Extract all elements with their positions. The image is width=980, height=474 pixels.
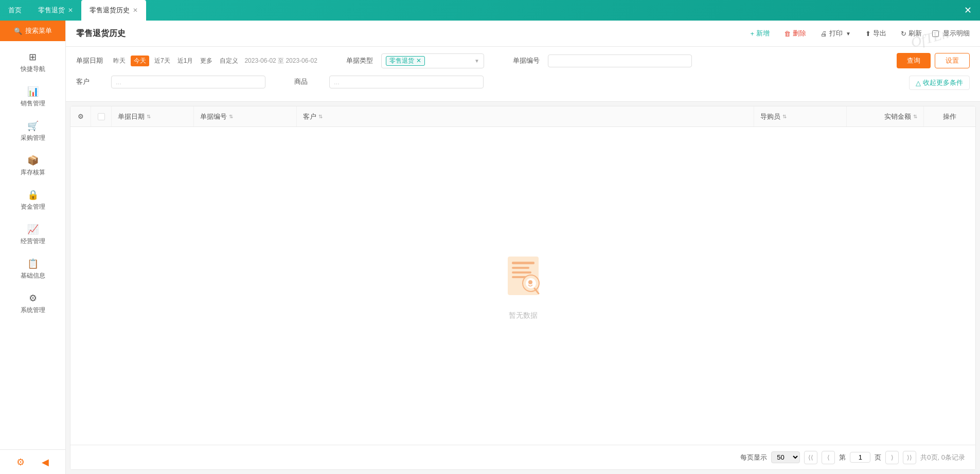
svg-rect-3 <box>512 271 531 274</box>
main-layout: 🔍 搜索菜单 ⊞ 快捷导航 📊 销售管理 🛒 采购管理 📦 库存核算 🔒 <box>0 21 980 474</box>
th-amount-sort-icon[interactable]: ⇅ <box>913 114 917 119</box>
print-dropdown-icon: ▼ <box>846 31 851 37</box>
settings-bottom-icon[interactable]: ⚙ <box>16 457 25 468</box>
th-customer-label: 客户 <box>303 112 316 121</box>
th-customer-sort-icon[interactable]: ⇅ <box>318 114 323 119</box>
export-button[interactable]: ⬆ 导出 <box>861 27 890 40</box>
date-filter-label: 单据日期 <box>76 56 107 65</box>
date-more[interactable]: 更多 <box>198 56 215 66</box>
toolbar: + 新增 🗑 删除 🖨 打印 ▼ ⬆ 导出 ↻ <box>746 27 970 40</box>
svg-point-8 <box>528 280 532 284</box>
doc-type-select[interactable]: 零售退货 ✕ ▼ <box>381 53 484 68</box>
per-page-select[interactable]: 50 10 20 100 <box>771 451 800 463</box>
th-date: 单据日期 ⇅ <box>112 106 194 126</box>
tab-retail-return-history-label: 零售退货历史 <box>90 6 130 15</box>
customer-label: 客户 <box>76 77 107 86</box>
date-yesterday[interactable]: 昨天 <box>111 56 128 66</box>
tab-retail-return-history[interactable]: 零售退货历史 ✕ <box>81 0 146 21</box>
header-checkbox[interactable] <box>98 113 105 120</box>
sidebar-item-purchase[interactable]: 🛒 采购管理 <box>0 114 65 149</box>
show-detail-label: 显示明细 <box>943 29 970 38</box>
date-7days[interactable]: 近7天 <box>152 56 172 66</box>
collapse-label: 收起更多条件 <box>923 78 963 87</box>
doc-type-tag-value: 零售退货 <box>389 57 414 65</box>
customer-input[interactable]: ... <box>111 76 265 88</box>
collapse-filter-button[interactable]: △ 收起更多条件 <box>909 76 970 90</box>
sidebar-item-basic-label: 基础信息 <box>21 271 45 280</box>
page-first-button[interactable]: ⟨⟨ <box>804 451 817 464</box>
page-title: 零售退货历史 <box>76 28 126 39</box>
sidebar-item-quick-nav[interactable]: ⊞ 快捷导航 <box>0 45 65 80</box>
doc-no-input[interactable] <box>548 54 692 67</box>
tab-retail-return-label: 零售退货 <box>38 6 65 15</box>
tab-home[interactable]: 首页 <box>0 0 30 21</box>
goods-input[interactable]: ... <box>329 76 484 88</box>
pagination: 每页显示 50 10 20 100 ⟨⟨ ⟨ 第 页 ⟩ ⟩⟩ 共0页, 0条记… <box>70 445 975 469</box>
date-1month[interactable]: 近1月 <box>175 56 195 66</box>
date-shortcuts: 昨天 今天 近7天 近1月 更多 自定义 <box>111 56 240 66</box>
per-page-label: 每页显示 <box>740 453 767 462</box>
new-label: 新增 <box>756 29 770 38</box>
purchase-icon: 🛒 <box>27 120 39 132</box>
th-gear[interactable]: ⚙ <box>70 106 91 126</box>
sidebar-bottom: ⚙ ◀ <box>0 449 65 474</box>
sidebar-item-inventory-label: 库存核算 <box>21 168 45 177</box>
page-number-input[interactable] <box>850 452 870 463</box>
query-button[interactable]: 查询 <box>897 53 931 68</box>
sidebar-item-system[interactable]: ⚙ 系统管理 <box>0 286 65 321</box>
new-button[interactable]: + 新增 <box>746 27 774 40</box>
th-guide-sort-icon[interactable]: ⇅ <box>782 114 787 119</box>
th-num-sort-icon[interactable]: ⇅ <box>229 114 233 119</box>
th-operate: 操作 <box>924 106 975 126</box>
sidebar-item-sales[interactable]: 📊 销售管理 <box>0 80 65 114</box>
search-icon: 🔍 <box>14 27 22 35</box>
refresh-button[interactable]: ↻ 刷新 <box>897 27 926 40</box>
date-today[interactable]: 今天 <box>131 56 149 66</box>
filter-customer: 客户 ... <box>76 76 265 88</box>
sidebar-item-basic[interactable]: 📋 基础信息 <box>0 252 65 286</box>
top-bar: 首页 零售退货 ✕ 零售退货历史 ✕ ✕ <box>0 0 980 21</box>
tab-home-label: 首页 <box>8 6 22 15</box>
doc-type-tag-close[interactable]: ✕ <box>416 57 421 64</box>
sidebar: 🔍 搜索菜单 ⊞ 快捷导航 📊 销售管理 🛒 采购管理 📦 库存核算 🔒 <box>0 21 66 474</box>
page-next-button[interactable]: ⟩ <box>885 451 899 464</box>
delete-label: 删除 <box>793 29 806 38</box>
doc-type-label: 单据类型 <box>346 56 377 65</box>
show-detail-checkbox[interactable] <box>932 30 939 37</box>
sidebar-item-inventory[interactable]: 📦 库存核算 <box>0 149 65 183</box>
empty-illustration <box>497 251 549 303</box>
th-amount-label: 实销金额 <box>884 112 911 121</box>
show-detail-toggle[interactable]: 显示明细 <box>932 29 970 38</box>
filter-doc-no: 单据编号 <box>513 54 692 67</box>
tab-retail-return[interactable]: 零售退货 ✕ <box>30 0 81 21</box>
sidebar-item-operation[interactable]: 📈 经营管理 <box>0 217 65 252</box>
date-custom[interactable]: 自定义 <box>218 56 240 66</box>
sidebar-item-finance-label: 资金管理 <box>21 203 45 211</box>
export-label: 导出 <box>873 29 886 38</box>
window-close-button[interactable]: ✕ <box>956 5 980 16</box>
print-icon: 🖨 <box>821 30 827 38</box>
tab-retail-return-history-close[interactable]: ✕ <box>133 7 138 14</box>
th-checkbox[interactable] <box>91 106 112 126</box>
delete-button[interactable]: 🗑 删除 <box>780 27 810 40</box>
doc-no-label: 单据编号 <box>513 56 544 65</box>
refresh-icon: ↻ <box>901 30 906 38</box>
collapse-sidebar-icon[interactable]: ◀ <box>42 457 49 468</box>
sales-icon: 📊 <box>27 86 39 97</box>
sidebar-search[interactable]: 🔍 搜索菜单 <box>0 21 65 41</box>
page-last-button[interactable]: ⟩⟩ <box>903 451 916 464</box>
th-date-sort-icon[interactable]: ⇅ <box>147 114 151 119</box>
finance-icon: 🔒 <box>27 189 39 200</box>
sidebar-item-finance[interactable]: 🔒 资金管理 <box>0 183 65 217</box>
page-prev-button[interactable]: ⟨ <box>822 451 835 464</box>
export-icon: ⬆ <box>865 30 871 38</box>
th-num: 单据编号 ⇅ <box>194 106 297 126</box>
th-customer: 客户 ⇅ <box>297 106 754 126</box>
tab-retail-return-close[interactable]: ✕ <box>68 7 73 14</box>
print-button[interactable]: 🖨 打印 ▼ <box>816 27 855 40</box>
doc-type-tag: 零售退货 ✕ <box>386 56 425 66</box>
th-guide: 导购员 ⇅ <box>754 106 847 126</box>
quick-nav-icon: ⊞ <box>29 51 37 63</box>
filter-doc-type: 单据类型 零售退货 ✕ ▼ <box>346 53 484 68</box>
settings-button[interactable]: 设置 <box>935 53 970 68</box>
